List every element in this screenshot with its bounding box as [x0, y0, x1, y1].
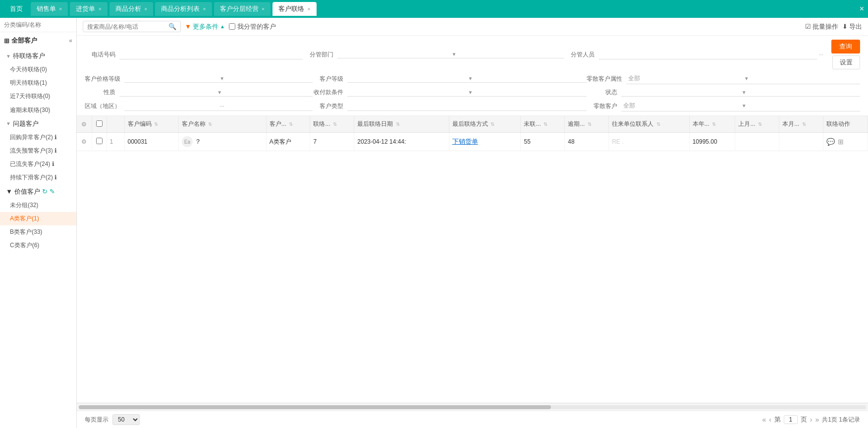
nav-tab-home[interactable]: 首页	[4, 2, 29, 16]
retail-attr-select[interactable]: 全部 ▼	[626, 73, 860, 84]
table-contact-col[interactable]: 联络... ⇅	[310, 116, 354, 133]
table-last-date-col[interactable]: 最后联络日期 ⇅	[354, 116, 449, 133]
manager-more-icon[interactable]: ···	[817, 52, 825, 57]
next-page-button[interactable]: ›	[810, 416, 813, 424]
nature-select[interactable]: ▼	[119, 89, 313, 97]
table-gear-col[interactable]: ⚙	[77, 116, 92, 133]
sidebar-item-class-c[interactable]: C类客户(6)	[0, 239, 76, 252]
phone-input[interactable]	[119, 50, 303, 59]
my-customers-checkbox[interactable]	[229, 23, 235, 30]
toolbar: 🔍 ▼ 更多条件 ▲ 我分管的客户 ☑ 批量操作 ⬇ 导出	[77, 18, 868, 36]
table-last-month-col[interactable]: 上月... ⇅	[735, 116, 779, 133]
bulk-operation-button[interactable]: ☑ 批量操作	[805, 22, 838, 31]
row-gear[interactable]: ⚙	[77, 133, 92, 151]
more-filters-button[interactable]: ▼ 更多条件 ▲	[185, 22, 225, 31]
current-page-display[interactable]: 1	[784, 415, 798, 424]
customer-level-select[interactable]: ▼	[347, 75, 586, 83]
nav-tab-analysis-list[interactable]: 商品分析列表 ×	[155, 2, 212, 16]
sidebar-collapse-icon[interactable]: «	[69, 37, 72, 44]
sidebar-item-unclassified[interactable]: 未分组(32)	[0, 199, 76, 212]
nav-tab-customer-tier[interactable]: 客户分层经营 ×	[214, 2, 271, 16]
filter-dept: 分管部门 ▼	[303, 51, 564, 59]
close-analysis-list-tab[interactable]: ×	[203, 6, 206, 12]
edit-icon[interactable]: ✎	[50, 188, 55, 195]
table-name-col[interactable]: 客户名称 ⇅	[178, 116, 266, 133]
region-more-icon[interactable]: ···	[217, 103, 311, 109]
close-analysis-tab[interactable]: ×	[144, 6, 147, 12]
sidebar-item-tomorrow[interactable]: 明天待联络(1)	[0, 76, 76, 90]
retail-select[interactable]: 全部 ▼	[621, 101, 860, 111]
no-contact-sort-icon: ⇅	[543, 121, 547, 127]
customer-type-label: 客户类型	[313, 102, 347, 110]
grid-icon: ⊞	[4, 37, 9, 45]
table-this-month-col[interactable]: 本月... ⇅	[779, 116, 823, 133]
my-customers-checkbox-label[interactable]: 我分管的客户	[229, 22, 276, 31]
sidebar-search-input[interactable]	[4, 21, 77, 28]
sidebar-item-overdue[interactable]: 逾期未联络(30)	[0, 104, 76, 117]
export-button[interactable]: ⬇ 导出	[842, 22, 862, 31]
row-last-contact-way[interactable]: 下销货单	[449, 133, 521, 151]
table-last-way-col[interactable]: 最后联络方式 ⇅	[449, 116, 521, 133]
chat-icon[interactable]: 💬	[826, 138, 835, 146]
scroll-thumb[interactable]	[79, 405, 551, 409]
sidebar-item-churned[interactable]: 已流失客户(24) ℹ	[0, 158, 76, 171]
nav-tab-purchase[interactable]: 进货单 ×	[70, 2, 107, 16]
last-contact-way-link[interactable]: 下销货单	[452, 138, 478, 145]
row-number: 1	[107, 133, 124, 151]
row-unit-contact: RE .	[609, 133, 689, 151]
pending-group-label: 待联络客户	[13, 52, 45, 60]
table-overdue-col[interactable]: 逾期... ⇅	[565, 116, 609, 133]
select-all-checkbox[interactable]	[96, 120, 103, 127]
sidebar-group-problem[interactable]: ▼ 问题客户	[0, 117, 76, 131]
close-sales-tab[interactable]: ×	[59, 6, 62, 12]
qr-icon[interactable]: ⊞	[838, 138, 844, 146]
row-select-checkbox[interactable]	[96, 138, 103, 144]
table-code-col[interactable]: 客户编码 ⇅	[124, 116, 178, 133]
search-input[interactable]	[87, 23, 166, 30]
horizontal-scrollbar[interactable]	[77, 403, 868, 411]
value-group-label: 价值客户	[14, 187, 40, 196]
status-select[interactable]: ▼	[621, 89, 860, 97]
sidebar-item-today[interactable]: 今天待联络(0)	[0, 63, 76, 76]
manager-input[interactable]	[598, 50, 816, 59]
sidebar-item-class-b[interactable]: B类客户(33)	[0, 225, 76, 239]
page-size-select[interactable]: 50 20 100 200	[112, 414, 140, 425]
price-level-select[interactable]: ▼	[124, 75, 313, 83]
toolbar-search-icon[interactable]: 🔍	[168, 23, 176, 30]
payment-select[interactable]: ▼	[347, 89, 586, 97]
table-num-col	[107, 116, 124, 133]
close-customer-contact-tab[interactable]: ×	[307, 6, 310, 12]
refresh-icon[interactable]: ↻	[42, 188, 48, 195]
dept-select[interactable]: ▼	[337, 51, 564, 58]
table-category-col[interactable]: 客户... ⇅	[266, 116, 310, 133]
nav-tab-customer-contact[interactable]: 客户联络 ×	[272, 2, 316, 16]
last-page-button[interactable]: »	[815, 416, 819, 424]
sidebar-item-7days[interactable]: 近7天待联络(0)	[0, 90, 76, 103]
row-checkbox[interactable]	[92, 133, 107, 151]
prev-page-button[interactable]: ‹	[769, 416, 771, 424]
customer-type-input[interactable]	[347, 102, 586, 111]
query-button[interactable]: 查询	[831, 40, 860, 54]
setting-button[interactable]: 设置	[832, 55, 860, 69]
table-this-year-col[interactable]: 本年... ⇅	[689, 116, 735, 133]
sidebar-item-declining[interactable]: 持续下滑客户(2) ℹ	[0, 171, 76, 184]
table-checkbox-col[interactable]	[92, 116, 107, 133]
sidebar-group-pending[interactable]: ▼ 待联络客户	[0, 49, 76, 63]
first-page-button[interactable]: «	[762, 416, 766, 424]
region-select[interactable]: ···	[124, 102, 313, 111]
nav-tab-analysis[interactable]: 商品分析 ×	[109, 2, 153, 16]
table-no-contact-col[interactable]: 未联... ⇅	[521, 116, 565, 133]
nav-tab-sales[interactable]: 销售单 ×	[31, 2, 68, 16]
sidebar-all-customers[interactable]: ⊞ 全部客户 «	[0, 32, 76, 49]
close-customer-tier-tab[interactable]: ×	[262, 6, 265, 12]
sidebar-item-churn-warning[interactable]: 流失预警客户(3) ℹ	[0, 144, 76, 158]
scroll-track[interactable]	[79, 405, 866, 409]
table-unit-contact-col[interactable]: 往来单位联系人 ⇅	[609, 116, 689, 133]
customer-name-text: ？	[195, 137, 201, 146]
filter-row-1: 电话号码 分管部门 ▼ 分管人员 ··· 查询 设置	[85, 40, 860, 69]
window-close-button[interactable]: ×	[860, 4, 864, 13]
sidebar-item-repurchase-abnormal[interactable]: 回购异常客户(2) ℹ	[0, 131, 76, 144]
close-purchase-tab[interactable]: ×	[98, 6, 101, 12]
sidebar-item-class-a[interactable]: A类客户(1)	[0, 212, 76, 225]
price-level-label: 客户价格等级	[85, 75, 124, 83]
